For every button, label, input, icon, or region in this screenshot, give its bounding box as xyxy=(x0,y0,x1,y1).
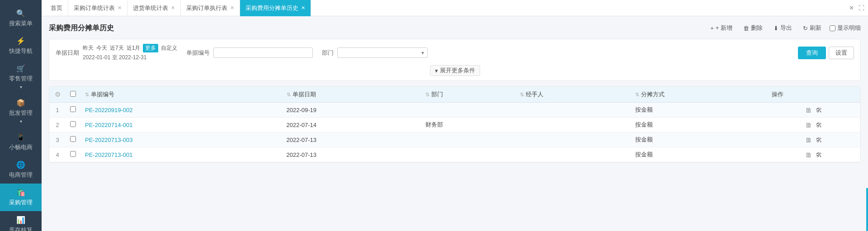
date-more[interactable]: 更多 xyxy=(143,44,158,52)
order-no-link-2[interactable]: PE-20220714-001 xyxy=(85,122,133,128)
page-content: 采购费用分摊单历史 + + 新增 🗑 删除 ⬇ 导出 ↻ 刷新 xyxy=(42,16,868,231)
sidebar-item-search[interactable]: 🔍 搜索菜单 xyxy=(0,5,42,32)
th-method[interactable]: 分摊方式 xyxy=(631,87,767,103)
order-no-filter-group: 单据编号 xyxy=(186,47,313,58)
row-order-no-1: PE-20220919-002 xyxy=(80,103,282,118)
page-title: 采购费用分摊单历史 xyxy=(49,24,114,33)
tab-purchase-exec[interactable]: 采购订单执行表 ✕ xyxy=(181,0,240,16)
row-method-3: 按金额 xyxy=(631,132,767,147)
chevron-down-icon: ▾ xyxy=(20,85,22,90)
row-checkbox-1[interactable] xyxy=(70,106,76,112)
row-action-1: 🗎 🛠 xyxy=(767,103,860,118)
tab-purchase-fee[interactable]: 采购费用分摊单历史 ✕ xyxy=(240,0,311,16)
main-content: 首页 采购订单统计表 ✕ 进货单统计表 ✕ 采购订单执行表 ✕ 采购费用分摊单历… xyxy=(42,0,868,231)
sidebar-item-mini-ecom[interactable]: 📱 小畅电商 xyxy=(0,128,42,156)
th-handler[interactable]: 经手人 xyxy=(515,87,631,103)
row-dept-1 xyxy=(421,103,515,118)
th-check xyxy=(66,87,80,103)
row-action-3: 🗎 🛠 xyxy=(767,132,860,147)
row-method-4: 按金额 xyxy=(631,147,767,162)
chevron-down-icon: ▾ xyxy=(20,119,22,124)
display-detail-checkbox[interactable] xyxy=(830,25,835,31)
sidebar-item-quick-nav[interactable]: ⚡ 快捷导航 xyxy=(0,32,42,60)
th-date[interactable]: 单据日期 xyxy=(282,87,421,103)
tab-home[interactable]: 首页 xyxy=(45,0,68,16)
maximize-icon[interactable]: ⛶ xyxy=(859,5,864,11)
row-action-2: 🗎 🛠 xyxy=(767,118,860,132)
expand-more-row: ▾ 展开更多条件 xyxy=(56,61,854,76)
row-handler-3 xyxy=(515,132,631,147)
mini-ecom-icon: 📱 xyxy=(16,133,25,141)
th-order-no[interactable]: 单据编号 xyxy=(80,87,282,103)
row-edit-icon-2[interactable]: 🗎 xyxy=(805,121,812,129)
row-detail-icon-2[interactable]: 🛠 xyxy=(816,121,822,129)
row-detail-icon-3[interactable]: 🛠 xyxy=(816,136,822,144)
row-check-4 xyxy=(66,147,80,162)
inventory-icon: 📊 xyxy=(16,216,25,224)
row-method-1: 按金额 xyxy=(631,103,767,118)
row-num-2: 2 xyxy=(49,118,66,132)
row-num-3: 3 xyxy=(49,132,66,147)
dept-select[interactable]: 财务部 xyxy=(337,47,428,58)
date-filter-group: 单据日期 昨天 今天 近7天 近1月 更多 自定义 2022-01-01 至 2… xyxy=(56,44,177,61)
sidebar-item-inventory[interactable]: 📊 库存核算 xyxy=(0,211,42,231)
th-action: 操作 xyxy=(767,87,860,103)
close-all-tabs-icon[interactable]: ✕ xyxy=(849,5,854,11)
date-7days[interactable]: 近7天 xyxy=(110,44,124,52)
row-dept-2: 财务部 xyxy=(421,118,515,132)
export-icon: ⬇ xyxy=(774,25,778,32)
quick-nav-icon: ⚡ xyxy=(16,37,25,45)
expand-more-button[interactable]: ▾ 展开更多条件 xyxy=(430,65,480,76)
order-no-link-3[interactable]: PE-20220713-003 xyxy=(85,137,133,143)
add-button[interactable]: + + 新增 xyxy=(708,23,735,33)
sidebar-item-purchase[interactable]: 🛍️ 采购管理 xyxy=(0,184,42,211)
date-custom[interactable]: 自定义 xyxy=(161,44,177,52)
row-check-1 xyxy=(66,103,80,118)
row-detail-icon-1[interactable]: 🛠 xyxy=(816,106,822,114)
table-row: 1 PE-20220919-002 2022-09-19 按金额 🗎 🛠 xyxy=(49,103,860,118)
row-edit-icon-3[interactable]: 🗎 xyxy=(805,136,812,144)
close-tab-purchase-exec[interactable]: ✕ xyxy=(230,5,234,11)
close-tab-purchase-order-stat[interactable]: ✕ xyxy=(118,5,122,11)
row-num-4: 4 xyxy=(49,147,66,162)
export-button[interactable]: ⬇ 导出 xyxy=(771,23,795,33)
sidebar-item-wholesale[interactable]: 📦 批发管理 ▾ xyxy=(0,94,42,128)
row-handler-2 xyxy=(515,118,631,132)
order-no-input[interactable] xyxy=(213,47,313,58)
query-button[interactable]: 查询 xyxy=(798,47,826,59)
row-date-4: 2022-07-13 xyxy=(282,147,421,162)
retail-icon: 🛒 xyxy=(16,64,25,73)
row-checkbox-4[interactable] xyxy=(70,151,76,157)
row-checkbox-3[interactable] xyxy=(70,136,76,142)
sidebar-item-retail[interactable]: 🛒 零售管理 ▾ xyxy=(0,60,42,94)
select-all-checkbox[interactable] xyxy=(70,91,76,97)
delete-button[interactable]: 🗑 删除 xyxy=(741,23,765,33)
ecom-icon: 🌐 xyxy=(16,160,25,169)
row-detail-icon-4[interactable]: 🛠 xyxy=(816,151,822,159)
tab-goods-stat[interactable]: 进货单统计表 ✕ xyxy=(127,0,181,16)
settings-button[interactable]: 设置 xyxy=(829,47,854,59)
row-checkbox-2[interactable] xyxy=(70,121,76,127)
toolbar: + + 新增 🗑 删除 ⬇ 导出 ↻ 刷新 显示明细 xyxy=(708,23,861,33)
row-edit-icon-4[interactable]: 🗎 xyxy=(805,151,812,159)
close-tab-goods-stat[interactable]: ✕ xyxy=(171,5,175,11)
row-edit-icon-1[interactable]: 🗎 xyxy=(805,106,812,114)
table-settings-icon[interactable]: ⚙ xyxy=(55,90,61,98)
records-table: ⚙ 单据编号 单据日期 部门 经手人 分摊方式 操作 1 xyxy=(49,87,860,162)
add-icon: + xyxy=(710,25,714,32)
date-today[interactable]: 今天 xyxy=(96,44,107,52)
order-no-link-4[interactable]: PE-20220713-001 xyxy=(85,151,133,158)
sidebar-item-ecom[interactable]: 🌐 电商管理 xyxy=(0,156,42,184)
display-detail-toggle[interactable]: 显示明细 xyxy=(830,24,861,32)
close-tab-purchase-fee[interactable]: ✕ xyxy=(301,5,305,11)
date-1month[interactable]: 近1月 xyxy=(127,44,141,52)
row-action-4: 🗎 🛠 xyxy=(767,147,860,162)
order-no-link-1[interactable]: PE-20220919-002 xyxy=(85,107,133,113)
refresh-button[interactable]: ↻ 刷新 xyxy=(800,23,824,33)
table-row: 3 PE-20220713-003 2022-07-13 按金额 🗎 🛠 xyxy=(49,132,860,147)
th-dept[interactable]: 部门 xyxy=(421,87,515,103)
date-yesterday[interactable]: 昨天 xyxy=(83,44,94,52)
tabs-right-controls: ✕ ⛶ xyxy=(849,5,864,11)
tab-purchase-order-stat[interactable]: 采购订单统计表 ✕ xyxy=(68,0,127,16)
date-filter-label: 单据日期 xyxy=(56,49,79,57)
